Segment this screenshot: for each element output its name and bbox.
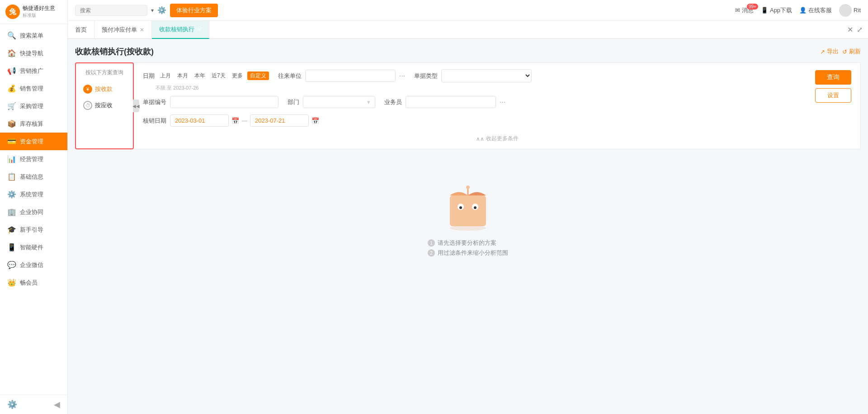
sidebar-item-marketing[interactable]: 📢 营销推广: [0, 62, 67, 80]
sidebar-item-finance[interactable]: 💳 资金管理: [0, 133, 67, 150]
salesperson-more-icon[interactable]: ···: [500, 98, 505, 106]
date-shortcut-7days[interactable]: 近7天: [210, 71, 227, 81]
tab-home[interactable]: 首页: [68, 21, 94, 39]
tab-receipt[interactable]: 收款核销执行 ✕: [152, 21, 209, 39]
bill-no-input[interactable]: [170, 96, 278, 108]
sidebar-label-purchase: 采购管理: [20, 102, 43, 110]
sidebar-footer: ⚙️ ◀: [0, 395, 67, 414]
topbar-right: ✉ 消息 99+ 📱 App下载 👤 在线客服 Rit: [735, 4, 861, 17]
empty-svg: [441, 182, 495, 232]
filter-option-by-receipt[interactable]: ¥ 按收款: [76, 81, 133, 97]
svg-point-3: [459, 206, 462, 209]
sidebar: 兔 畅捷通好生意 标准版 🔍 搜索菜单 🏠 快捷导航 📢 营销推广 💰 销售管理…: [0, 0, 68, 414]
topbar-gear-icon[interactable]: ⚙️: [157, 6, 166, 14]
export-icon: ↗: [820, 48, 825, 55]
sidebar-item-hardware[interactable]: 📱 智能硬件: [0, 238, 67, 256]
sidebar-item-guide[interactable]: 🎓 新手引导: [0, 221, 67, 238]
collapse-label: 收起更多条件: [486, 135, 519, 143]
collapse-more-conditions[interactable]: ∧∧ 收起更多条件: [143, 135, 851, 143]
dept-select[interactable]: ▾: [303, 96, 375, 108]
receipt-option-label: 按收款: [95, 85, 113, 93]
filter-row-verify-date: 核销日期 📅 — 📅: [143, 114, 810, 127]
dept-filter-group: 部门 ▾: [288, 96, 375, 108]
sidebar-item-search[interactable]: 🔍 搜索菜单: [0, 27, 67, 44]
app-download-label: App下载: [770, 6, 792, 14]
user-profile[interactable]: Rit: [839, 4, 861, 17]
sidebar-item-quick[interactable]: 🏠 快捷导航: [0, 44, 67, 62]
app-download-button[interactable]: 📱 App下载: [761, 6, 792, 14]
setting-button[interactable]: 设置: [815, 88, 851, 103]
salesperson-label: 业务员: [384, 98, 402, 106]
collapse-sidebar-icon[interactable]: ◀: [54, 400, 60, 409]
verify-date-end-input[interactable]: [250, 114, 309, 127]
sidebar-item-inventory[interactable]: 📦 库存核算: [0, 115, 67, 133]
finance-icon: 💳: [7, 137, 16, 146]
system-icon: ⚙️: [7, 190, 16, 199]
marketing-icon: 📢: [7, 67, 16, 75]
tab-receipt-close-icon[interactable]: ✕: [197, 26, 202, 33]
verify-date-label: 核销日期: [143, 117, 166, 125]
sidebar-item-purchase[interactable]: 🛒 采购管理: [0, 97, 67, 115]
bill-type-select[interactable]: [441, 69, 532, 82]
sidebar-label-finance: 资金管理: [20, 138, 43, 146]
topbar-dropdown-icon[interactable]: ▾: [151, 7, 154, 14]
tab-prepay[interactable]: 预付冲应付单 ✕: [94, 21, 152, 39]
close-tab-icon[interactable]: ✕: [847, 25, 853, 34]
query-button[interactable]: 查询: [815, 70, 851, 85]
topbar-search-input[interactable]: [75, 5, 147, 16]
sidebar-item-system[interactable]: ⚙️ 系统管理: [0, 186, 67, 203]
home-icon: 🏠: [7, 49, 16, 57]
date-custom-tag[interactable]: 自定义: [247, 71, 269, 80]
filter-row-date: 日期 上月 本月 本年 近7天 更多 自定义: [143, 69, 810, 82]
sidebar-item-basic[interactable]: 📋 基础信息: [0, 168, 67, 186]
sidebar-label-operations: 经营管理: [20, 155, 43, 163]
search-icon: 🔍: [7, 31, 16, 40]
bill-type-filter-group: 单据类型: [414, 69, 532, 82]
counterpart-filter-group: 往来单位 ···: [278, 70, 405, 82]
sidebar-label-wechat: 企业微信: [20, 261, 43, 269]
empty-step-1: 1 请先选择要分析的方案: [428, 239, 508, 247]
export-button[interactable]: ↗ 导出: [820, 48, 839, 56]
sidebar-item-member[interactable]: 👑 畅会员: [0, 274, 67, 291]
tab-prepay-close-icon[interactable]: ✕: [140, 27, 144, 33]
tab-home-label: 首页: [75, 26, 87, 34]
counterpart-more-icon[interactable]: ···: [399, 72, 405, 80]
refresh-button[interactable]: ↺ 刷新: [842, 48, 861, 56]
salesperson-input[interactable]: [406, 96, 496, 108]
sidebar-label-corp: 企业协同: [20, 208, 43, 216]
date-shortcut-this-year[interactable]: 本年: [193, 71, 207, 81]
date-label: 日期: [143, 72, 155, 80]
page-content: 收款核销执行(按收款) ↗ 导出 ↺ 刷新 按以下方案查询 ¥ 按收款: [68, 39, 868, 414]
online-service-button[interactable]: 👤 在线客服: [799, 6, 832, 14]
empty-illustration: [441, 182, 495, 232]
date-shortcut-more[interactable]: 更多: [230, 71, 245, 81]
sidebar-item-wechat[interactable]: 💬 企业微信: [0, 256, 67, 274]
filter-panel-collapse-btn[interactable]: ◀◀: [133, 100, 139, 112]
online-service-label: 在线客服: [808, 6, 832, 14]
sales-icon: 💰: [7, 84, 16, 93]
sidebar-item-operations[interactable]: 📊 经营管理: [0, 150, 67, 168]
date-shortcut-this-month[interactable]: 本月: [175, 71, 190, 81]
message-button[interactable]: ✉ 消息 99+: [735, 6, 754, 14]
verify-date-end-cal-icon[interactable]: 📅: [311, 117, 319, 124]
app-name: 畅捷通好生意: [23, 5, 55, 12]
verify-date-start-cal-icon[interactable]: 📅: [231, 117, 239, 124]
dept-label: 部门: [288, 98, 299, 106]
collapse-icon: ∧∧: [476, 136, 484, 142]
filter-option-by-receivable[interactable]: ⏱ 按应收: [76, 97, 133, 114]
verify-date-start-input[interactable]: [170, 114, 229, 127]
mobile-icon: 📱: [761, 7, 768, 14]
receivable-option-icon: ⏱: [83, 101, 92, 110]
filter-options-panel: 按以下方案查询 ¥ 按收款 ⏱ 按应收 ◀◀: [75, 62, 134, 149]
date-shortcut-last-month[interactable]: 上月: [158, 71, 173, 81]
maximize-tab-icon[interactable]: ⤢: [857, 25, 863, 34]
sidebar-item-sales[interactable]: 💰 销售管理: [0, 80, 67, 97]
logo-icon: 兔: [5, 5, 20, 19]
wechat-icon: 💬: [7, 261, 16, 269]
receivable-option-label: 按应收: [95, 101, 113, 109]
settings-footer-icon[interactable]: ⚙️: [7, 400, 17, 409]
counterpart-input[interactable]: [305, 70, 396, 82]
sidebar-item-corp[interactable]: 🏢 企业协同: [0, 203, 67, 221]
receipt-option-icon: ¥: [83, 85, 92, 94]
industry-solution-button[interactable]: 体验行业方案: [170, 4, 218, 17]
